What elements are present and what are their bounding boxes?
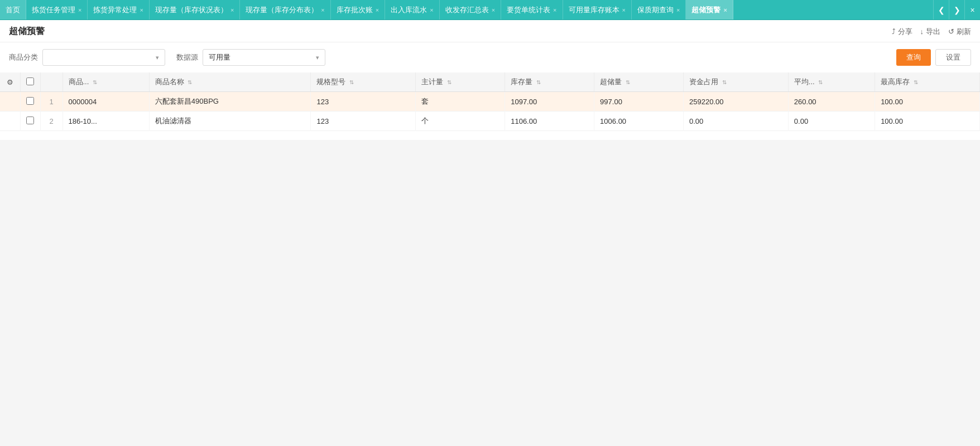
nav-item-home[interactable]: 首页 [0, 0, 26, 20]
filter-area: 商品分类 ▾ 数据源 可用量 ▾ 查询 设置 [0, 42, 980, 72]
category-chevron-icon: ▾ [156, 54, 159, 61]
nav-item-label: 库存批次账 [337, 5, 373, 15]
cell-product-name: 机油滤清器 [149, 112, 311, 131]
nav-item-close-icon[interactable]: × [140, 7, 143, 13]
nav-arrow-close[interactable]: × [964, 0, 980, 20]
export-button[interactable]: ↓ 导出 [920, 27, 941, 37]
select-all-checkbox[interactable] [26, 77, 34, 85]
share-button[interactable]: ⤴ 分享 [892, 27, 912, 37]
nav-item-overstock-alert[interactable]: 超储预警× [686, 0, 733, 20]
sort-overstock-icon: ⇅ [626, 79, 630, 85]
nav-arrow-right[interactable]: ❯ [949, 0, 964, 20]
refresh-button[interactable]: ↺ 刷新 [948, 27, 971, 37]
column-max-stock[interactable]: 最高库存 ⇅ [875, 72, 980, 92]
sort-avg-icon: ⇅ [818, 79, 823, 85]
nav-item-close-icon[interactable]: × [622, 7, 626, 13]
nav-item-close-icon[interactable]: × [553, 7, 556, 13]
nav-item-collect-summary[interactable]: 收发存汇总表× [440, 0, 501, 20]
column-avg-label: 平均... [794, 77, 815, 86]
cell-product-name: 六配套新昌490BPG [149, 92, 311, 112]
cell-avg: 260.00 [788, 92, 875, 112]
sort-spec-icon: ⇅ [349, 79, 354, 85]
gear-icon: ⚙ [7, 78, 13, 86]
column-overstock[interactable]: 超储量 ⇅ [594, 72, 684, 92]
page-container: 超储预警 ⤴ 分享 ↓ 导出 ↺ 刷新 商品分类 ▾ 数据源 [0, 20, 980, 140]
column-product-name[interactable]: 商品名称 ⇅ [149, 72, 311, 92]
page-title: 超储预警 [9, 26, 45, 37]
sort-unit-icon: ⇅ [447, 79, 451, 85]
column-capital[interactable]: 资金占用 ⇅ [684, 72, 789, 92]
cell-unit: 个 [416, 112, 505, 131]
column-inventory-label: 库存量 [511, 77, 532, 86]
cell-overstock: 997.00 [594, 92, 684, 112]
cell-product-code: 186-10... [63, 112, 149, 131]
column-product-code[interactable]: 商品... ⇅ [63, 72, 149, 92]
row-checkbox-cell[interactable] [20, 92, 40, 112]
cell-avg: 0.00 [788, 112, 875, 131]
column-unit[interactable]: 主计量 ⇅ [416, 72, 505, 92]
nav-item-close-icon[interactable]: × [492, 7, 495, 13]
datasource-select[interactable]: 可用量 ▾ [203, 49, 325, 66]
nav-item-shelf-life[interactable]: 保质期查询× [632, 0, 686, 20]
query-button[interactable]: 查询 [896, 49, 931, 66]
column-gear[interactable]: ⚙ [0, 72, 20, 92]
column-unit-label: 主计量 [421, 77, 443, 86]
table-header-row: ⚙ 商品... ⇅ 商品名称 ⇅ 规格型号 [0, 72, 980, 92]
nav-item-label: 保质期查询 [637, 5, 674, 15]
cell-unit: 套 [416, 92, 505, 112]
table-row: 2186-10...机油滤清器123个1106.001006.000.000.0… [0, 112, 980, 131]
cell-spec: 123 [311, 92, 416, 112]
nav-item-close-icon[interactable]: × [230, 7, 234, 13]
row-checkbox[interactable] [26, 117, 34, 124]
row-checkbox[interactable] [26, 97, 34, 105]
column-avg[interactable]: 平均... ⇅ [788, 72, 875, 92]
refresh-icon: ↺ [948, 27, 954, 36]
nav-item-inventory-batch[interactable]: 库存批次账× [331, 0, 385, 20]
nav-item-tuo-abnormal[interactable]: 拣货异常处理× [88, 0, 149, 20]
sort-capital-icon: ⇅ [722, 79, 727, 85]
nav-item-close-icon[interactable]: × [723, 7, 727, 13]
row-gear-cell [0, 112, 20, 131]
nav-item-label: 首页 [6, 5, 20, 15]
datasource-chevron-icon: ▾ [316, 54, 319, 61]
row-number: 2 [40, 112, 63, 131]
sort-inventory-icon: ⇅ [536, 79, 541, 85]
column-inventory[interactable]: 库存量 ⇅ [505, 72, 594, 92]
column-capital-label: 资金占用 [689, 77, 718, 86]
nav-item-inventory-dist[interactable]: 现存量（库存分布表）× [240, 0, 330, 20]
nav-item-inout-flow[interactable]: 出入库流水× [385, 0, 439, 20]
table-body: 10000004六配套新昌490BPG123套1097.00997.002592… [0, 92, 980, 131]
nav-item-order-stat[interactable]: 要货单统计表× [501, 0, 563, 20]
column-overstock-label: 超储量 [600, 77, 622, 86]
cell-capital-used: 259220.00 [684, 92, 789, 112]
column-spec-label: 规格型号 [316, 77, 345, 86]
column-spec[interactable]: 规格型号 ⇅ [311, 72, 416, 92]
nav-arrow-left[interactable]: ❮ [933, 0, 949, 20]
sort-product-name-icon: ⇅ [188, 79, 192, 85]
cell-inventory: 1097.00 [505, 92, 594, 112]
cell-capital-used: 0.00 [684, 112, 789, 131]
nav-item-close-icon[interactable]: × [376, 7, 379, 13]
column-product-code-label: 商品... [69, 77, 89, 86]
top-navigation: 首页拣货任务管理×拣货异常处理×现存量（库存状况表）×现存量（库存分布表）×库存… [0, 0, 980, 20]
nav-item-close-icon[interactable]: × [78, 7, 81, 13]
nav-item-close-icon[interactable]: × [321, 7, 324, 13]
cell-inventory: 1106.00 [505, 112, 594, 131]
nav-item-label: 收发存汇总表 [445, 5, 489, 15]
header-actions: ⤴ 分享 ↓ 导出 ↺ 刷新 [892, 27, 972, 37]
cell-product-code: 0000004 [63, 92, 149, 112]
datasource-select-value: 可用量 [209, 52, 230, 62]
datasource-label: 数据源 [176, 52, 198, 62]
settings-button[interactable]: 设置 [935, 49, 971, 66]
data-table: ⚙ 商品... ⇅ 商品名称 ⇅ 规格型号 [0, 72, 980, 131]
category-select[interactable]: ▾ [42, 49, 165, 66]
nav-item-close-icon[interactable]: × [676, 7, 680, 13]
cell-overstock: 1006.00 [594, 112, 684, 131]
column-checkbox-all[interactable] [20, 72, 40, 92]
nav-item-inventory-status[interactable]: 现存量（库存状况表）× [150, 0, 240, 20]
nav-item-available-ledger[interactable]: 可用量库存账本× [563, 0, 632, 20]
nav-item-label: 拣货任务管理 [32, 5, 75, 15]
row-checkbox-cell[interactable] [20, 112, 40, 131]
nav-item-close-icon[interactable]: × [430, 7, 433, 13]
nav-item-tuo-task[interactable]: 拣货任务管理× [26, 0, 88, 20]
